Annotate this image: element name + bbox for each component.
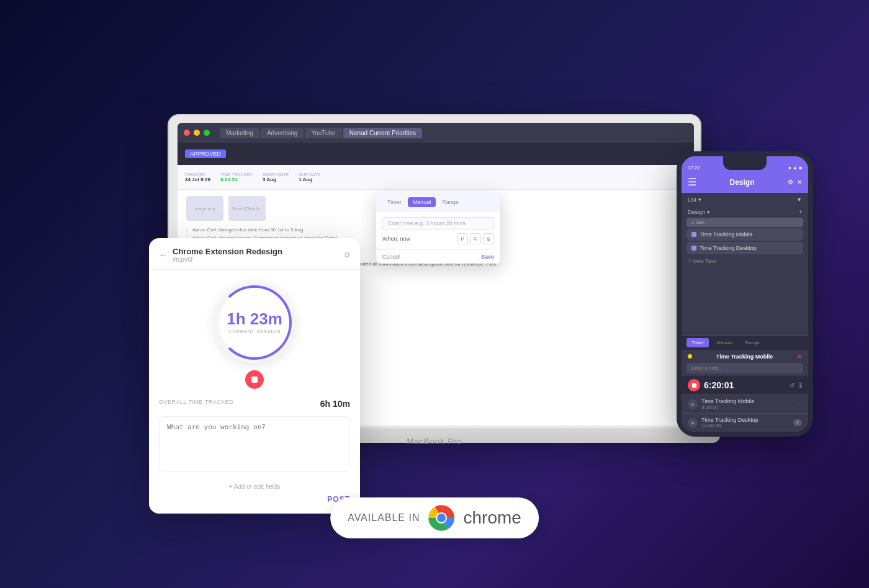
group-options[interactable]: + (799, 209, 802, 215)
recent-info-2: Time Tracking Desktop 14:00:00 (701, 417, 790, 429)
save-button[interactable]: Save (481, 254, 494, 260)
thumbnail-1: image.png (186, 196, 223, 221)
phone-range-tab[interactable]: Range (740, 338, 765, 347)
phone-timer-tab[interactable]: Timer (687, 338, 709, 347)
recent-info-1: Time Tracking Mobile 3:10:00 (701, 398, 793, 410)
chrome-logo-icon (428, 505, 454, 531)
phone-current-task: Time Tracking Mobile (716, 354, 773, 360)
when-btn-s[interactable]: $ (483, 233, 494, 244)
time-input[interactable]: Enter time e.g. 3 hours 20 mins (382, 217, 494, 229)
ext-post-button[interactable]: POST (149, 495, 360, 514)
stop-icon (251, 376, 258, 383)
time-tracking-popup: Timer Manual Range Enter time e.g. 3 hou… (376, 192, 500, 264)
phone-content: Design ▾ + 1 task Time Tracking Mobile T… (682, 207, 808, 335)
laptop: Marketing Advertising YouTube Nenad Curr… (168, 114, 701, 461)
stop-timer-button[interactable] (688, 379, 700, 391)
settings-icon[interactable]: ⚙ (788, 179, 793, 185)
time-popup-header: Timer Manual Range (376, 192, 500, 212)
phone-recent-2: ▶ Time Tracking Desktop 14:00:00 2 (682, 413, 808, 432)
svg-point-2 (437, 514, 446, 522)
ext-total: OVERALL TIME TRACKED 6h 10m (149, 399, 360, 416)
add-task-button[interactable]: + New Task (682, 256, 808, 267)
phone-header-title: Design (729, 178, 754, 187)
created-label: CREATED (185, 172, 210, 177)
ext-back-button[interactable]: ← (159, 250, 168, 260)
phone-list-header: List ▾ ▼ (682, 193, 808, 207)
task-dot-2 (691, 246, 696, 251)
task-name-2: Time Tracking Desktop (700, 245, 798, 251)
tab-marketing[interactable]: Marketing (220, 128, 259, 138)
time-popup-body: Enter time e.g. 3 hours 20 mins When: no… (376, 212, 500, 249)
phone-group-design: Design ▾ + (682, 207, 808, 216)
recent-badge-2: 2 (793, 419, 802, 426)
ext-timer-section: 1h 23m CURRENT SESSION (149, 270, 360, 399)
chrome-brand-name: chrome (463, 508, 521, 528)
tab-advertising[interactable]: Advertising (261, 128, 304, 138)
tab-youtube[interactable]: YouTube (305, 128, 341, 138)
ext-total-label: OVERALL TIME TRACKED (159, 399, 233, 409)
phone-note-input[interactable]: Enter a note... (687, 363, 803, 373)
ext-timer-circle: 1h 23m CURRENT SESSION (214, 282, 295, 363)
ext-link-icon[interactable]: ⧉ (344, 251, 350, 259)
play-button-1[interactable]: ▶ (688, 399, 698, 409)
due-date-label: DUE DATE (299, 172, 320, 177)
start-date-meta: START DATE 3 Aug (263, 172, 289, 182)
ext-add-fields[interactable]: + Add or edit fields (149, 483, 360, 490)
phone-recent-1: ▶ Time Tracking Mobile 3:10:00 ··· (682, 394, 808, 413)
play-button-2[interactable]: ▶ (688, 418, 698, 428)
phone-notch (723, 156, 767, 170)
dot-green[interactable] (204, 130, 210, 136)
stop-icon-inner (692, 383, 696, 388)
created-value: 24 Jul 9:09 (185, 177, 210, 182)
time-tracked-meta: TIME TRACKED 8:04:54 (220, 172, 253, 182)
phone-running-timer: 6:20:01 ↺ $ (682, 376, 808, 394)
ext-title: Chrome Extension Redesign (173, 247, 340, 256)
recent-time-2: 14:00:00 (701, 423, 790, 429)
tab-nenad[interactable]: Nenad Current Priorities (343, 128, 422, 138)
time-popup-actions: Cancel Save (376, 249, 500, 264)
phone-task-1[interactable]: Time Tracking Mobile (687, 228, 803, 241)
task-dot-1 (691, 232, 696, 237)
when-buttons: P © $ (457, 233, 494, 244)
thumbnail-2: Good (ClickUp.. (228, 196, 266, 221)
status-approved: APPROVED (185, 149, 226, 158)
when-btn-p[interactable]: P (457, 233, 468, 244)
close-task-icon[interactable]: ✕ (797, 353, 802, 360)
phone-timer-tabs: Timer Manual Range (682, 336, 808, 350)
start-date-label: START DATE (263, 172, 289, 177)
range-tab[interactable]: Range (437, 197, 464, 207)
ext-header: ← Chrome Extension Redesign #tcpv6f ⧉ (149, 238, 360, 270)
reset-icon[interactable]: ↺ (790, 382, 795, 389)
phone: 12:22 ● ▲ ■ ☰ Design ⚙ ✕ List ▾ ▼ (677, 151, 813, 437)
time-tracked-value: 8:04:54 (220, 177, 253, 182)
dot-red[interactable] (184, 130, 190, 136)
billing-icon[interactable]: $ (798, 382, 802, 389)
recent-options-1[interactable]: ··· (797, 401, 802, 408)
when-btn-c[interactable]: © (470, 233, 481, 244)
list-view-selector[interactable]: List ▾ (688, 197, 701, 203)
task-header: CREATED 24 Jul 9:09 TIME TRACKED 8:04:54… (178, 165, 694, 190)
phone-signal: ● ▲ ■ (788, 165, 802, 171)
phone-app-header: ☰ Design ⚙ ✕ (682, 174, 808, 193)
manual-tab[interactable]: Manual (408, 197, 436, 207)
browser-bar: Marketing Advertising YouTube Nenad Curr… (178, 123, 694, 143)
recent-time-1: 3:10:00 (701, 404, 793, 410)
phone-task-2[interactable]: Time Tracking Desktop (687, 242, 803, 254)
recent-name-1: Time Tracking Mobile (701, 398, 793, 404)
cancel-button[interactable]: Cancel (382, 254, 400, 260)
ext-note-input[interactable] (159, 416, 350, 472)
time-tracked-label: TIME TRACKED (220, 172, 253, 177)
available-in-text: AVAILABLE IN (348, 512, 420, 523)
macbook-label: MacBook Pro (407, 437, 462, 446)
close-icon[interactable]: ✕ (797, 179, 802, 185)
timer-tab[interactable]: Timer (382, 197, 407, 207)
ext-circle-ring (217, 285, 292, 360)
ext-stop-button[interactable] (245, 370, 264, 389)
due-date-meta: DUE DATE 1 Aug (299, 172, 320, 182)
chrome-available-badge[interactable]: AVAILABLE IN chrome (330, 497, 539, 538)
hamburger-icon[interactable]: ☰ (688, 176, 696, 188)
phone-header-icons: ⚙ ✕ (788, 179, 802, 185)
phone-manual-tab[interactable]: Manual (711, 338, 737, 347)
dot-yellow[interactable] (194, 130, 200, 136)
filter-icon[interactable]: ▼ (796, 197, 802, 203)
